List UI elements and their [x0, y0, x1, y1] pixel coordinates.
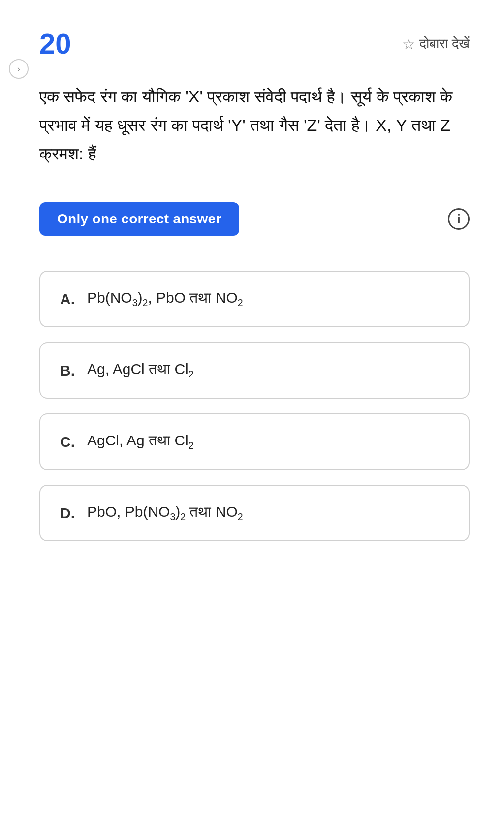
- section-divider: [39, 251, 470, 251]
- chevron-right-icon: ›: [17, 64, 20, 74]
- option-c-label: C.: [60, 434, 87, 450]
- option-d[interactable]: D. PbO, Pb(NO3)2 तथा NO2: [39, 485, 470, 541]
- review-button[interactable]: ☆ दोबारा देखें: [402, 35, 470, 53]
- option-a[interactable]: A. Pb(NO3)2, PbO तथा NO2: [39, 271, 470, 327]
- option-a-label: A.: [60, 291, 87, 308]
- info-icon[interactable]: i: [448, 208, 470, 230]
- option-b-label: B.: [60, 362, 87, 379]
- option-c-text: AgCl, Ag तथा Cl2: [87, 432, 449, 451]
- option-b[interactable]: B. Ag, AgCl तथा Cl2: [39, 342, 470, 399]
- option-d-label: D.: [60, 505, 87, 522]
- page-container: › 20 ☆ दोबारा देखें एक सफेद रंग का यौगिक…: [0, 0, 504, 817]
- question-text: एक सफेद रंग का यौगिक 'X' प्रकाश संवेदी प…: [39, 83, 470, 168]
- question-number: 20: [39, 30, 71, 58]
- review-label: दोबारा देखें: [419, 36, 470, 52]
- question-header: 20 ☆ दोबारा देखें: [39, 30, 470, 58]
- option-a-text: Pb(NO3)2, PbO तथा NO2: [87, 289, 449, 309]
- options-container: A. Pb(NO3)2, PbO तथा NO2 B. Ag, AgCl तथा…: [39, 271, 470, 541]
- star-icon: ☆: [402, 35, 415, 53]
- answer-type-section: Only one correct answer i: [39, 202, 470, 236]
- info-icon-label: i: [457, 212, 460, 227]
- option-c[interactable]: C. AgCl, Ag तथा Cl2: [39, 413, 470, 470]
- option-d-text: PbO, Pb(NO3)2 तथा NO2: [87, 503, 449, 523]
- answer-type-badge: Only one correct answer: [39, 202, 239, 236]
- option-b-text: Ag, AgCl तथा Cl2: [87, 361, 449, 380]
- nav-back-button[interactable]: ›: [9, 59, 29, 79]
